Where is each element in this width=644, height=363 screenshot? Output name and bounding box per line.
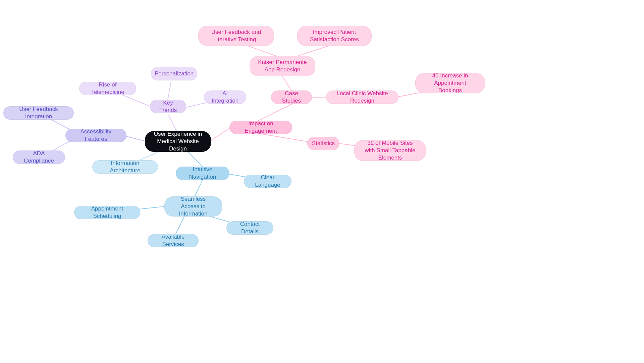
svg-line-3 xyxy=(282,75,292,91)
label: Clear Language xyxy=(252,174,283,189)
svg-line-9 xyxy=(168,115,177,131)
label: Improved Patient Satisfaction Scores xyxy=(306,28,363,43)
node-key-trends[interactable]: Key Trends xyxy=(150,100,186,113)
node-ada-compliance[interactable]: ADA Compliance xyxy=(13,150,65,164)
label: 32 of Mobile Sites with Small Tappable E… xyxy=(363,139,418,162)
svg-line-17 xyxy=(188,152,203,167)
node-appointment-bookings[interactable]: 40 Increase in Appointment Bookings xyxy=(415,73,485,93)
label: User Feedback Integration xyxy=(12,106,65,120)
node-statistics[interactable]: Statistics xyxy=(307,137,339,150)
label: Intuitive Navigation xyxy=(184,166,221,181)
svg-line-13 xyxy=(124,136,145,141)
label: Case Studies xyxy=(279,90,304,105)
node-local-clinic[interactable]: Local Clinic Website Redesign xyxy=(326,90,398,104)
node-intuitive-navigation[interactable]: Intuitive Navigation xyxy=(176,167,229,180)
node-available-services[interactable]: Available Services xyxy=(148,234,199,247)
node-personalization[interactable]: Personalization xyxy=(151,67,197,80)
root-node[interactable]: User Experience in Medical Website Desig… xyxy=(145,131,211,152)
label: Rise of Telemedicine xyxy=(88,81,128,96)
label: Local Clinic Website Redesign xyxy=(334,90,390,105)
label: Kaiser Permanente App Redesign xyxy=(258,59,307,73)
label: AI Integration xyxy=(212,90,238,105)
edge-layer xyxy=(0,0,644,363)
node-telemedicine[interactable]: Rise of Telemedicine xyxy=(79,82,136,95)
root-label: User Experience in Medical Website Desig… xyxy=(153,130,203,153)
label: Personalization xyxy=(155,70,194,77)
node-contact-details[interactable]: Contact Details xyxy=(226,221,273,235)
label: Information Architecture xyxy=(101,160,150,174)
node-ai-integration[interactable]: AI Integration xyxy=(204,90,246,104)
node-accessibility[interactable]: Accessibility Features xyxy=(65,129,126,142)
label: Seamless Access to Information xyxy=(173,195,214,218)
label: 40 Increase in Appointment Bookings xyxy=(424,72,477,94)
label: Available Services xyxy=(156,233,190,248)
node-seamless-access[interactable]: Seamless Access to Information xyxy=(164,196,222,217)
svg-line-11 xyxy=(168,82,171,100)
node-information-architecture[interactable]: Information Architecture xyxy=(92,160,158,174)
node-kaiser[interactable]: Kaiser Permanente App Redesign xyxy=(250,56,315,76)
label: ADA Compliance xyxy=(21,150,57,165)
node-user-feedback-integration[interactable]: User Feedback Integration xyxy=(3,106,74,120)
node-patient-satisfaction[interactable]: Improved Patient Satisfaction Scores xyxy=(297,26,372,46)
node-clear-language[interactable]: Clear Language xyxy=(244,175,291,188)
label: Key Trends xyxy=(158,99,178,114)
node-case-studies[interactable]: Case Studies xyxy=(271,90,312,104)
node-user-feedback-testing[interactable]: User Feedback and Iterative Testing xyxy=(198,26,274,46)
node-impact[interactable]: Impact on Engagement xyxy=(229,121,292,134)
label: Appointment Scheduling xyxy=(83,205,132,220)
label: Statistics xyxy=(312,140,335,147)
svg-line-0 xyxy=(210,127,231,141)
label: Accessibility Features xyxy=(74,128,118,143)
label: Impact on Engagement xyxy=(238,120,284,135)
label: Contact Details xyxy=(235,221,265,235)
node-appointment-scheduling[interactable]: Appointment Scheduling xyxy=(74,206,140,219)
svg-line-1 xyxy=(258,104,292,121)
label: User Feedback and Iterative Testing xyxy=(207,28,266,43)
node-mobile-stat[interactable]: 32 of Mobile Sites with Small Tappable E… xyxy=(354,140,426,161)
